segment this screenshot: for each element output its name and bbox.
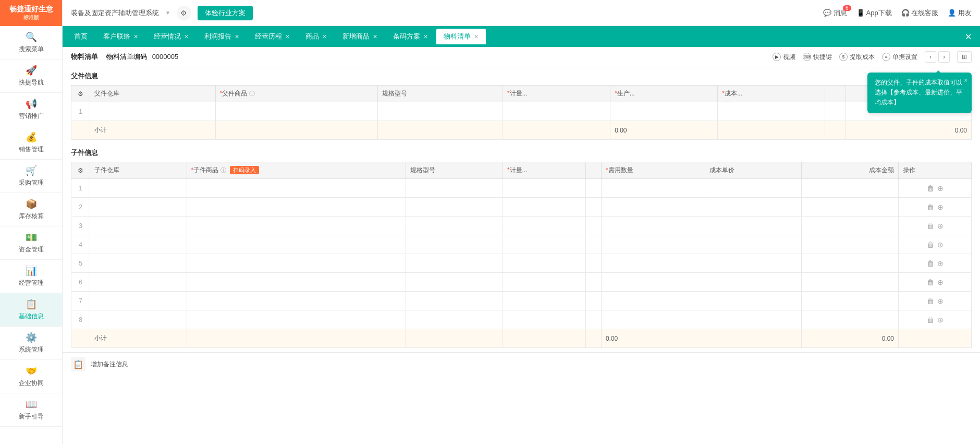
scan-badge[interactable]: 扫码录入	[230, 166, 259, 174]
child-row-1-goods[interactable]	[187, 179, 406, 198]
tab-profit[interactable]: 利润报告 ✕	[197, 29, 247, 44]
tab-bom-close[interactable]: ✕	[474, 33, 479, 40]
child-row-4-copy-button[interactable]: ⊕	[937, 241, 944, 249]
prev-arrow-button[interactable]: ‹	[925, 51, 936, 63]
next-arrow-button[interactable]: ›	[938, 51, 950, 63]
parent-row-1-spec[interactable]	[377, 102, 503, 121]
tab-new-goods[interactable]: 新增商品 ✕	[335, 29, 385, 44]
child-row-7-spec[interactable]	[406, 292, 503, 310]
child-row-7-qty[interactable]	[601, 292, 705, 310]
bottom-bar-text[interactable]: 增加备注信息	[91, 360, 128, 369]
child-row-8-qty[interactable]	[601, 310, 705, 329]
child-row-2-unit[interactable]	[503, 198, 585, 217]
child-row-5-unit[interactable]	[503, 254, 585, 273]
child-row-4-delete-button[interactable]: 🗑	[927, 241, 934, 249]
child-row-3-copy-button[interactable]: ⊕	[937, 222, 944, 230]
child-row-2-unit-cost[interactable]	[705, 198, 802, 217]
tab-profit-close[interactable]: ✕	[235, 33, 239, 40]
child-row-2-qty[interactable]	[601, 198, 705, 217]
child-row-2-warehouse[interactable]	[90, 198, 187, 217]
child-row-5-goods[interactable]	[187, 254, 406, 273]
child-row-3-unit[interactable]	[503, 217, 585, 235]
child-row-8-unit-cost[interactable]	[705, 310, 802, 329]
child-row-6-delete-button[interactable]: 🗑	[927, 278, 934, 286]
child-row-3-qty[interactable]	[601, 217, 705, 235]
tab-history-close[interactable]: ✕	[285, 33, 290, 40]
single-setting-action[interactable]: ≡ 单据设置	[882, 53, 917, 62]
grid-view-button[interactable]: ⊞	[957, 51, 972, 63]
sidebar-item-operations[interactable]: 📊 经营管理	[0, 260, 62, 293]
child-row-2-copy-button[interactable]: ⊕	[937, 203, 944, 211]
child-row-4-unit-cost[interactable]	[705, 235, 802, 254]
child-row-5-spec[interactable]	[406, 254, 503, 273]
child-row-1-qty[interactable]	[601, 179, 705, 198]
child-row-3-warehouse[interactable]	[90, 217, 187, 235]
parent-th-settings[interactable]: ⚙	[71, 86, 90, 102]
tab-home[interactable]: 首页	[67, 29, 95, 44]
sidebar-item-search[interactable]: 🔍 搜索菜单	[0, 26, 62, 59]
sidebar-item-finance[interactable]: 💵 资金管理	[0, 226, 62, 260]
child-row-1-unit-cost[interactable]	[705, 179, 802, 198]
child-row-2-delete-button[interactable]: 🗑	[927, 203, 934, 211]
child-row-1-spec[interactable]	[406, 179, 503, 198]
settings-button[interactable]: ⚙	[177, 6, 191, 20]
child-row-1-unit[interactable]	[503, 179, 585, 198]
child-row-7-delete-button[interactable]: 🗑	[927, 297, 934, 305]
sidebar-item-inventory[interactable]: 📦 库存核算	[0, 193, 62, 226]
child-row-4-qty[interactable]	[601, 235, 705, 254]
tab-operations-close[interactable]: ✕	[184, 33, 189, 40]
child-row-4-goods[interactable]	[187, 235, 406, 254]
child-row-4-unit[interactable]	[503, 235, 585, 254]
child-row-6-warehouse[interactable]	[90, 273, 187, 292]
child-row-6-copy-button[interactable]: ⊕	[937, 278, 944, 286]
tab-customer[interactable]: 客户联络 ✕	[96, 29, 145, 44]
tab-customer-close[interactable]: ✕	[133, 33, 138, 40]
child-row-8-copy-button[interactable]: ⊕	[937, 316, 944, 324]
shortcut-action[interactable]: ⌨ 快捷键	[803, 53, 832, 62]
tab-operations[interactable]: 经营情况 ✕	[146, 29, 196, 44]
child-row-5-qty[interactable]	[601, 254, 705, 273]
child-row-1-delete-button[interactable]: 🗑	[927, 184, 934, 193]
child-row-5-delete-button[interactable]: 🗑	[927, 259, 934, 268]
sidebar-item-system[interactable]: ⚙️ 系统管理	[0, 327, 62, 360]
child-row-6-spec[interactable]	[406, 273, 503, 292]
child-row-8-warehouse[interactable]	[90, 310, 187, 329]
sidebar-item-sales[interactable]: 💰 销售管理	[0, 126, 62, 160]
tab-new-goods-close[interactable]: ✕	[373, 33, 377, 40]
trial-button[interactable]: 体验行业方案	[198, 6, 253, 20]
child-row-8-spec[interactable]	[406, 310, 503, 329]
child-row-1-copy-button[interactable]: ⊕	[937, 184, 944, 193]
child-row-7-warehouse[interactable]	[90, 292, 187, 310]
parent-row-1-warehouse[interactable]	[90, 102, 216, 121]
system-dropdown-arrow[interactable]: ▼	[165, 10, 170, 16]
child-row-1-warehouse[interactable]	[90, 179, 187, 198]
child-row-3-spec[interactable]	[406, 217, 503, 235]
child-row-4-spec[interactable]	[406, 235, 503, 254]
child-row-3-goods[interactable]	[187, 217, 406, 235]
app-download-button[interactable]: 📱 App下载	[856, 8, 892, 18]
child-row-8-goods[interactable]	[187, 310, 406, 329]
tab-barcode-close[interactable]: ✕	[423, 33, 428, 40]
child-row-6-goods[interactable]	[187, 273, 406, 292]
child-row-5-warehouse[interactable]	[90, 254, 187, 273]
tooltip-close-button[interactable]: ×	[964, 76, 967, 86]
online-service-button[interactable]: 🎧 在线客服	[901, 8, 939, 18]
tab-history[interactable]: 经营历程 ✕	[248, 29, 297, 44]
child-row-2-goods[interactable]	[187, 198, 406, 217]
sidebar-item-marketing[interactable]: 📢 营销推广	[0, 93, 62, 126]
tab-bom[interactable]: 物料清单 ✕	[436, 29, 486, 44]
child-row-7-copy-button[interactable]: ⊕	[937, 297, 944, 305]
child-row-2-spec[interactable]	[406, 198, 503, 217]
child-row-5-unit-cost[interactable]	[705, 254, 802, 273]
tab-goods[interactable]: 商品 ✕	[298, 29, 334, 44]
child-row-7-unit[interactable]	[503, 292, 585, 310]
child-row-7-unit-cost[interactable]	[705, 292, 802, 310]
child-row-8-unit[interactable]	[503, 310, 585, 329]
child-row-3-delete-button[interactable]: 🗑	[927, 222, 934, 230]
parent-row-1-cost[interactable]	[718, 102, 825, 121]
sidebar-item-guide[interactable]: 📖 新手引导	[0, 393, 62, 427]
message-button[interactable]: 💬 6 消息	[823, 8, 847, 18]
view-action[interactable]: ▶ 视频	[773, 53, 795, 62]
parent-row-1-goods[interactable]	[215, 102, 377, 121]
sidebar-item-collab[interactable]: 🤝 企业协同	[0, 360, 62, 393]
